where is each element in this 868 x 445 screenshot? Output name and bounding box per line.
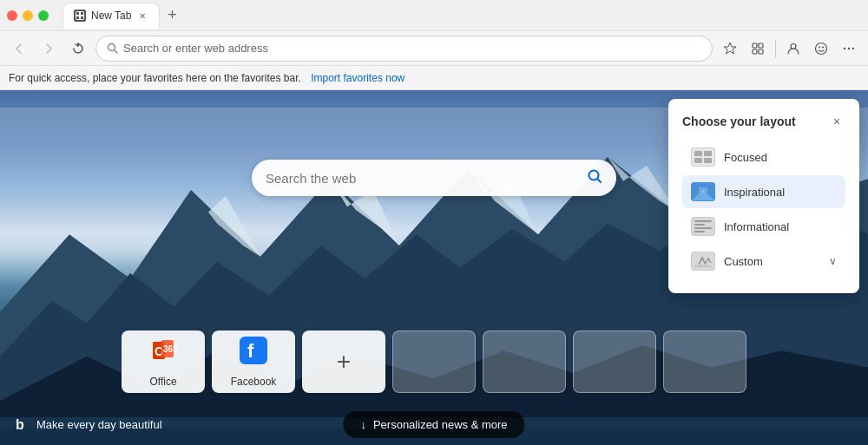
layout-panel: Choose your layout × Focused Inspiration… <box>668 99 859 293</box>
news-button-label: Personalized news & more <box>373 418 508 431</box>
maximize-traffic-light[interactable] <box>38 10 49 21</box>
office-label: Office <box>149 376 176 388</box>
quick-link-add[interactable]: + <box>302 330 385 393</box>
svg-rect-7 <box>753 43 757 48</box>
quick-link-empty-1[interactable] <box>392 330 476 393</box>
new-tab-button[interactable]: + <box>160 3 184 28</box>
divider <box>775 40 776 57</box>
main-content: O 365 Office f Facebook + <box>0 90 868 445</box>
tab-favicon <box>74 10 86 22</box>
url-bar-placeholder: Search or enter web address <box>123 42 268 55</box>
tab-title: New Tab <box>91 10 131 22</box>
layout-option-focused[interactable]: Focused <box>682 141 845 173</box>
url-bar[interactable]: Search or enter web address <box>95 36 713 62</box>
facebook-label: Facebook <box>231 376 277 388</box>
svg-rect-10 <box>759 49 763 54</box>
quick-link-empty-3[interactable] <box>573 330 656 393</box>
svg-text:365: 365 <box>163 344 177 354</box>
panel-header: Choose your layout × <box>682 113 845 130</box>
facebook-icon: f <box>240 337 267 370</box>
svg-point-14 <box>822 46 824 48</box>
minimize-traffic-light[interactable] <box>23 10 33 21</box>
svg-point-12 <box>816 43 827 54</box>
informational-layout-icon <box>691 217 715 236</box>
svg-rect-40 <box>699 187 707 193</box>
address-actions <box>718 36 861 61</box>
informational-layout-label: Informational <box>724 220 837 233</box>
search-input[interactable] <box>266 171 580 186</box>
panel-close-button[interactable]: × <box>828 113 845 130</box>
svg-text:f: f <box>247 340 254 362</box>
forward-button[interactable] <box>36 36 61 61</box>
svg-rect-3 <box>76 16 79 19</box>
bing-tagline: Make every day beautiful <box>36 418 162 431</box>
add-icon: + <box>337 348 351 376</box>
address-bar: Search or enter web address <box>0 31 868 66</box>
svg-text:b: b <box>16 417 24 432</box>
quick-link-empty-2[interactable] <box>483 330 566 393</box>
favorites-button[interactable] <box>718 36 742 61</box>
office-icon: O 365 <box>149 337 177 370</box>
svg-point-17 <box>852 47 854 49</box>
svg-line-6 <box>115 50 118 54</box>
inspirational-layout-label: Inspirational <box>724 186 837 199</box>
svg-point-13 <box>819 46 820 48</box>
inspirational-layout-icon <box>691 182 715 201</box>
svg-rect-8 <box>759 43 763 48</box>
quick-links: O 365 Office f Facebook + <box>122 330 746 393</box>
active-tab[interactable]: New Tab ✕ <box>62 3 160 29</box>
collections-button[interactable] <box>746 36 770 61</box>
quick-link-office[interactable]: O 365 Office <box>122 330 205 393</box>
tab-bar: New Tab ✕ + <box>62 3 861 29</box>
back-button[interactable] <box>7 36 31 61</box>
search-container <box>252 160 616 196</box>
close-traffic-light[interactable] <box>7 10 17 21</box>
layout-option-informational[interactable]: Informational <box>682 210 845 243</box>
svg-point-15 <box>844 47 845 49</box>
search-box[interactable] <box>252 160 616 196</box>
layout-option-inspirational[interactable]: Inspirational <box>682 175 845 208</box>
favorites-bar-text: For quick access, place your favorites h… <box>9 72 301 84</box>
news-button[interactable]: ↓ Personalized news & more <box>343 411 524 438</box>
search-submit-button[interactable] <box>587 168 602 187</box>
panel-title: Choose your layout <box>682 115 796 128</box>
layout-option-custom[interactable]: Custom ∨ <box>682 245 845 278</box>
title-bar: New Tab ✕ + <box>0 0 868 31</box>
refresh-button[interactable] <box>66 36 90 61</box>
profile-button[interactable] <box>781 36 806 61</box>
focused-layout-icon <box>691 147 715 167</box>
import-favorites-link[interactable]: Import favorites now <box>311 72 404 84</box>
quick-link-facebook[interactable]: f Facebook <box>212 330 295 393</box>
bottom-bar: b Make every day beautiful ↓ Personalize… <box>0 403 868 445</box>
traffic-lights <box>7 10 49 21</box>
svg-rect-1 <box>76 12 79 15</box>
bing-logo: b Make every day beautiful <box>14 416 162 433</box>
bing-icon: b <box>14 416 31 433</box>
svg-line-29 <box>597 179 601 182</box>
quick-link-empty-4[interactable] <box>663 330 746 393</box>
svg-rect-41 <box>692 252 714 270</box>
focused-layout-label: Focused <box>724 151 837 164</box>
custom-layout-label: Custom <box>724 255 820 268</box>
svg-rect-9 <box>753 49 757 54</box>
news-icon: ↓ <box>360 418 366 431</box>
svg-rect-2 <box>81 12 83 15</box>
svg-point-16 <box>848 47 850 49</box>
custom-layout-icon <box>691 252 715 271</box>
emoji-button[interactable] <box>809 36 833 61</box>
more-button[interactable] <box>837 36 861 61</box>
search-icon <box>107 43 118 54</box>
custom-chevron-icon: ∨ <box>829 255 837 267</box>
tab-close-button[interactable]: ✕ <box>136 10 148 22</box>
svg-rect-4 <box>81 16 83 19</box>
favorites-bar: For quick access, place your favorites h… <box>0 66 868 90</box>
